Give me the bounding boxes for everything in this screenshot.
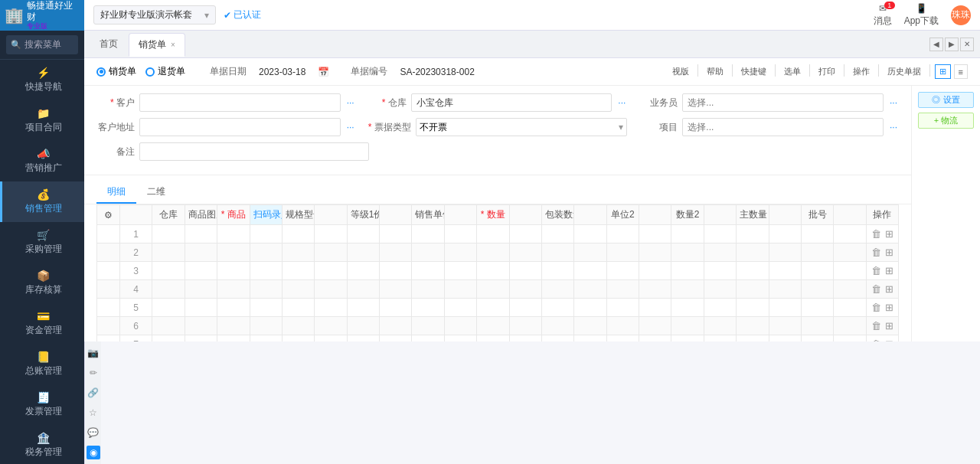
- col-unit2[interactable]: 单位2: [606, 205, 639, 225]
- tab-2d[interactable]: 二维: [136, 181, 176, 204]
- cell-3-14[interactable]: [606, 262, 639, 280]
- cell-2-16[interactable]: [671, 243, 704, 262]
- view-button[interactable]: 视版: [668, 64, 693, 79]
- row-copy-6[interactable]: ⊞: [884, 320, 894, 332]
- cell-1-19[interactable]: [769, 225, 801, 243]
- cell-4-9[interactable]: [444, 280, 476, 299]
- row-copy-1[interactable]: ⊞: [884, 228, 894, 240]
- cell-2-10[interactable]: [477, 243, 509, 262]
- cell-1-14[interactable]: [606, 225, 639, 243]
- sidebar-item-inventory[interactable]: 📦 库存核算: [0, 263, 84, 303]
- cell-2-4[interactable]: [282, 243, 314, 262]
- cell-5-11[interactable]: [509, 299, 541, 317]
- add-material-button[interactable]: + 物流: [918, 113, 974, 129]
- cell-7-12[interactable]: [541, 335, 573, 342]
- cell-2-13[interactable]: [574, 243, 606, 262]
- cell-4-7[interactable]: [380, 280, 412, 299]
- cell-1-7[interactable]: [380, 225, 412, 243]
- cell-1-11[interactable]: [509, 225, 541, 243]
- col-product-image[interactable]: 商品图片: [185, 205, 217, 225]
- cell-5-5[interactable]: [315, 299, 347, 317]
- view-mode-list[interactable]: ≡: [954, 64, 968, 79]
- sidebar-item-tax[interactable]: 🏦 税务管理: [0, 425, 84, 464]
- row-copy-2[interactable]: ⊞: [884, 247, 894, 258]
- cell-2-14[interactable]: [606, 243, 639, 262]
- cell-2-8[interactable]: [412, 243, 444, 262]
- cell-7-17[interactable]: [704, 335, 736, 342]
- cell-6-13[interactable]: [574, 317, 606, 335]
- cell-6-8[interactable]: [412, 317, 444, 335]
- cell-7-20[interactable]: [801, 335, 833, 342]
- row-delete-1[interactable]: 🗑: [871, 228, 882, 240]
- project-input[interactable]: [682, 118, 884, 136]
- cell-4-11[interactable]: [509, 280, 541, 299]
- cell-6-7[interactable]: [380, 317, 412, 335]
- row-delete-5[interactable]: 🗑: [871, 302, 882, 313]
- row-copy-7[interactable]: ⊞: [884, 338, 894, 341]
- cell-1-8[interactable]: [412, 225, 444, 243]
- cell-3-9[interactable]: [444, 262, 476, 280]
- cell-3-16[interactable]: [671, 262, 704, 280]
- right-link-icon[interactable]: 🔗: [87, 386, 100, 400]
- history-button[interactable]: 历史单据: [884, 64, 925, 79]
- cell-6-11[interactable]: [509, 317, 541, 335]
- cell-7-14[interactable]: [606, 335, 639, 342]
- cell-6-19[interactable]: [769, 317, 801, 335]
- sidebar-search-area[interactable]: 🔍 搜索菜单: [0, 31, 84, 60]
- cell-6-3[interactable]: [250, 317, 282, 335]
- cell-4-4[interactable]: [282, 280, 314, 299]
- cell-6-6[interactable]: [347, 317, 379, 335]
- cell-7-8[interactable]: [412, 335, 444, 342]
- operation-button[interactable]: 操作: [849, 64, 874, 79]
- cell-6-12[interactable]: [541, 317, 573, 335]
- cell-1-17[interactable]: [704, 225, 736, 243]
- row-delete-4[interactable]: 🗑: [871, 283, 882, 295]
- col-qty[interactable]: * 数量: [477, 205, 509, 225]
- invoice-select-wrap[interactable]: 不开票 ▾: [416, 118, 628, 136]
- cell-2-7[interactable]: [380, 243, 412, 262]
- cell-6-18[interactable]: [737, 317, 769, 335]
- col-pkg-qty[interactable]: 包装数量: [541, 205, 573, 225]
- cell-4-20[interactable]: [801, 280, 833, 299]
- cell-4-17[interactable]: [704, 280, 736, 299]
- calendar-icon[interactable]: 📅: [318, 67, 329, 77]
- cell-5-4[interactable]: [282, 299, 314, 317]
- cell-3-2[interactable]: [217, 262, 250, 280]
- cell-5-1[interactable]: [185, 299, 217, 317]
- cell-6-14[interactable]: [606, 317, 639, 335]
- col-unit[interactable]: 销售单位: [412, 205, 444, 225]
- cell-3-17[interactable]: [704, 262, 736, 280]
- cell-6-2[interactable]: [217, 317, 250, 335]
- cell-1-3[interactable]: [250, 225, 282, 243]
- col-batch[interactable]: 批号: [801, 205, 833, 225]
- cell-5-6[interactable]: [347, 299, 379, 317]
- cell-6-16[interactable]: [671, 317, 704, 335]
- cell-3-20[interactable]: [801, 262, 833, 280]
- cell-5-7[interactable]: [380, 299, 412, 317]
- cell-7-6[interactable]: [347, 335, 379, 342]
- cell-4-13[interactable]: [574, 280, 606, 299]
- cell-3-3[interactable]: [250, 262, 282, 280]
- col-qty2[interactable]: 数量2: [671, 205, 704, 225]
- col-product[interactable]: * 商品: [217, 205, 250, 225]
- cell-4-0[interactable]: [152, 280, 185, 299]
- cell-3-19[interactable]: [769, 262, 801, 280]
- cell-5-16[interactable]: [671, 299, 704, 317]
- cell-2-19[interactable]: [769, 243, 801, 262]
- company-selector[interactable]: 好业财专业版演示帐套 ▾: [93, 5, 216, 25]
- cell-4-15[interactable]: [639, 280, 671, 299]
- right-comment-icon[interactable]: 💬: [87, 426, 100, 439]
- cell-5-8[interactable]: [412, 299, 444, 317]
- cell-7-7[interactable]: [380, 335, 412, 342]
- cell-6-5[interactable]: [315, 317, 347, 335]
- cell-6-1[interactable]: [185, 317, 217, 335]
- cell-1-1[interactable]: [185, 225, 217, 243]
- cell-2-3[interactable]: [250, 243, 282, 262]
- cell-6-0[interactable]: [152, 317, 185, 335]
- cell-2-2[interactable]: [217, 243, 250, 262]
- salesman-input[interactable]: [682, 93, 884, 112]
- cell-3-5[interactable]: [315, 262, 347, 280]
- cell-3-11[interactable]: [509, 262, 541, 280]
- cell-4-10[interactable]: [477, 280, 509, 299]
- cell-1-15[interactable]: [639, 225, 671, 243]
